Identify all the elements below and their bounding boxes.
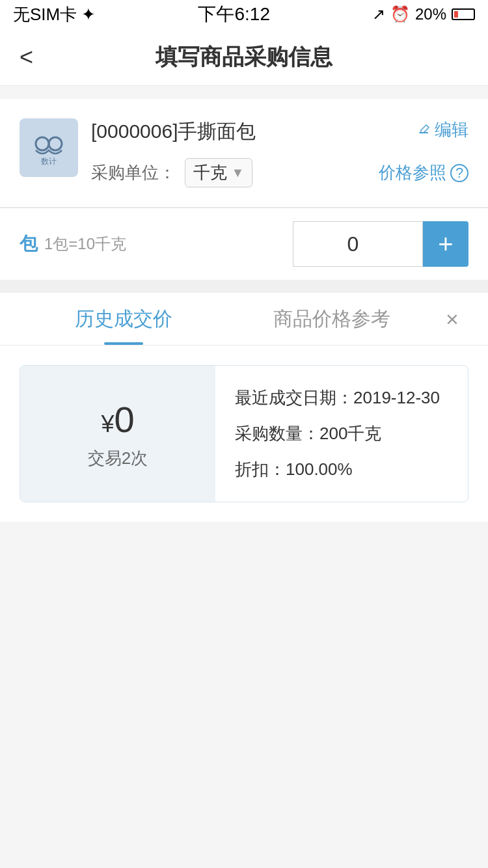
price-details: 最近成交日期：2019-12-30 采购数量：200千克 折扣：100.00% (215, 366, 468, 502)
product-card: 数计 [0000006]手撕面包 编辑 采购单位： 千克 ▼ (0, 99, 488, 208)
status-right: ↗ ⏰ 20% (372, 5, 475, 23)
product-thumbnail: 数计 (20, 118, 78, 177)
price-content: ¥0 交易2次 最近成交日期：2019-12-30 采购数量：200千克 折扣：… (0, 346, 488, 522)
price-reference-button[interactable]: 价格参照 ? (379, 161, 468, 184)
close-button[interactable]: × (436, 303, 468, 335)
unit-label: 采购单位： (91, 163, 176, 182)
tabs-container: 历史成交价 商品价格参考 × (0, 293, 488, 346)
dropdown-arrow-icon: ▼ (231, 165, 244, 180)
price-summary: ¥0 交易2次 (20, 366, 215, 502)
quantity-plus-button[interactable]: + (423, 221, 468, 267)
nav-bar: < 填写商品采购信息 (0, 29, 488, 86)
quantity-row: 包 1包=10千克 + (0, 208, 488, 280)
purchase-qty-label: 采购数量： (235, 424, 319, 443)
info-icon: ? (450, 164, 468, 182)
trades-count: 交易2次 (88, 447, 148, 470)
product-name: [0000006]手撕面包 (91, 118, 256, 145)
product-header: [0000006]手撕面包 编辑 (91, 118, 468, 145)
status-bar: 无SIM卡 ✦ 下午6:12 ↗ ⏰ 20% (0, 0, 488, 29)
price-amount: ¥0 (101, 398, 134, 441)
location-icon: ↗ (372, 5, 385, 23)
back-button[interactable]: < (20, 44, 33, 71)
quantity-input[interactable] (293, 221, 423, 267)
time-text: 下午6:12 (198, 2, 270, 27)
price-ref-label: 价格参照 (379, 161, 446, 184)
tab-product-reference[interactable]: 商品价格参考 (228, 293, 436, 345)
quantity-input-group: + (293, 221, 468, 267)
unit-ratio: 1包=10千克 (44, 234, 126, 254)
unit-select[interactable]: 千克 ▼ (185, 158, 252, 187)
unit-label-group: 采购单位： 千克 ▼ (91, 158, 252, 187)
recent-date-label: 最近成交日期： (235, 388, 353, 407)
currency-symbol: ¥ (101, 411, 114, 437)
discount-value: 100.00% (286, 459, 353, 479)
carrier-text: 无SIM卡 ✦ (13, 3, 96, 26)
svg-text:数计: 数计 (41, 157, 57, 166)
alarm-icon: ⏰ (390, 5, 410, 23)
battery-percent: 20% (415, 5, 446, 23)
tab-history-price[interactable]: 历史成交价 (20, 293, 228, 345)
svg-point-1 (49, 137, 62, 150)
recent-date-value: 2019-12-30 (353, 388, 440, 407)
recent-date-row: 最近成交日期：2019-12-30 (235, 385, 448, 411)
purchase-qty-row: 采购数量：200千克 (235, 421, 448, 446)
unit-value: 千克 (193, 161, 227, 184)
unit-row: 采购单位： 千克 ▼ 价格参照 ? (91, 158, 468, 187)
product-logo-icon: 数计 (29, 128, 68, 167)
price-card: ¥0 交易2次 最近成交日期：2019-12-30 采购数量：200千克 折扣：… (20, 365, 468, 502)
edit-icon (418, 123, 432, 137)
unit-icon: 包 (20, 232, 38, 256)
edit-button[interactable]: 编辑 (418, 118, 468, 141)
bottom-area (0, 522, 488, 847)
page-title: 填写商品采购信息 (156, 42, 332, 72)
discount-label: 折扣： (235, 459, 286, 479)
section-divider (0, 280, 488, 293)
svg-point-0 (36, 137, 49, 150)
purchase-qty-value: 200千克 (319, 424, 381, 443)
discount-row: 折扣：100.00% (235, 457, 448, 482)
product-info: [0000006]手撕面包 编辑 采购单位： 千克 ▼ 价格参照 ? (91, 118, 468, 187)
battery-icon (452, 8, 475, 20)
quantity-unit-info: 包 1包=10千克 (20, 232, 126, 256)
